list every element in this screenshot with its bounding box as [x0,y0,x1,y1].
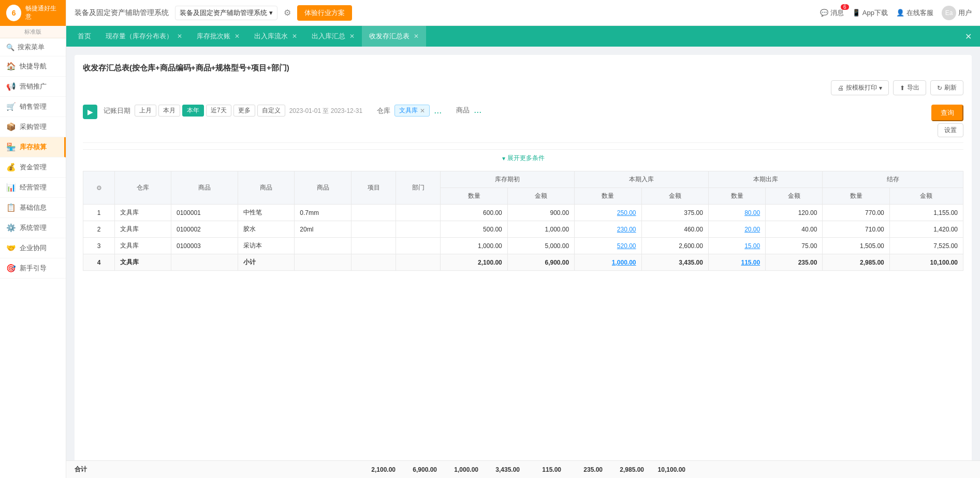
sidebar-item-system[interactable]: ⚙️ 系统管理 [0,218,66,238]
cell-outbound-qty[interactable]: 15.00 [708,238,765,254]
th-inbound-amt: 金额 [641,188,708,205]
sidebar-item-guide[interactable]: 🎯 新手引导 [0,258,66,279]
print-button[interactable]: 🖨 按模板打印 ▾ [831,80,889,95]
settings-button[interactable]: 设置 [938,123,963,137]
export-button[interactable]: ⬆ 导出 [893,80,926,95]
sidebar-item-search[interactable]: 🔍 搜索菜单 [0,38,66,56]
sidebar-item-operations[interactable]: 📊 经营管理 [0,178,66,198]
tab-label: 现存量（库存分布表） [106,32,173,41]
tab-close-icon[interactable]: ✕ [349,33,355,40]
table-settings-icon[interactable]: ⚙ [96,184,102,192]
tab-close-icon[interactable]: ✕ [235,33,240,40]
user-button[interactable]: Ea 用户 [942,6,972,20]
date-btn-7days[interactable]: 近7天 [206,105,231,117]
query-button[interactable]: 查询 [931,105,963,121]
cell-index: 1 [83,205,115,221]
marketing-icon: 📢 [6,82,16,91]
th-settings: ⚙ [83,171,115,205]
cell-closing-qty: 710.00 [823,221,889,238]
tab-close-icon[interactable]: ✕ [292,33,297,40]
cell-name: 小计 [238,254,295,271]
sidebar-item-purchase[interactable]: 📦 采购管理 [0,117,66,137]
cell-outbound-qty[interactable]: 80.00 [708,205,765,221]
cell-inbound-amt: 3,435.00 [641,254,708,271]
warehouse-more-button[interactable]: ... [434,105,442,116]
th-warehouse: 仓库 [115,171,171,205]
refresh-button[interactable]: ↻ 刷新 [930,80,963,95]
th-project: 项目 [352,171,396,205]
cell-inbound-qty[interactable]: 520.00 [575,238,641,254]
warehouse-tag-remove[interactable]: ✕ [420,107,425,114]
th-outbound-qty: 数量 [708,188,765,205]
date-btn-this-month[interactable]: 本月 [158,105,180,117]
expand-more-button[interactable]: ▾ 展开更多条件 [83,149,963,165]
tab-close-icon[interactable]: ✕ [414,33,419,40]
sidebar-item-marketing[interactable]: 📢 营销推广 [0,77,66,97]
cell-inbound-qty[interactable]: 250.00 [575,205,641,221]
cell-outbound-qty[interactable]: 20.00 [708,221,765,238]
cell-index: 2 [83,221,115,238]
date-btn-last-month[interactable]: 上月 [135,105,156,117]
date-btn-this-year[interactable]: 本年 [182,105,204,117]
sidebar-item-inventory[interactable]: 🏪 库存核算 [0,137,66,157]
tab-inout-flow[interactable]: 出入库流水 ✕ [247,26,304,47]
close-all-tabs-button[interactable]: ✕ [961,32,976,41]
date-shortcuts: 上月 本月 本年 近7天 更多 自定义 [135,105,285,117]
goods-more-button[interactable]: ... [474,105,481,115]
cell-department [396,238,441,254]
home-icon: 🏠 [6,62,16,71]
tab-batch-ledger[interactable]: 库存批次账 ✕ [189,26,247,47]
app-logo[interactable]: 6 畅捷通好生意 [0,0,66,26]
cell-opening-qty: 600.00 [441,205,507,221]
sidebar-item-quick-nav[interactable]: 🏠 快捷导航 [0,56,66,77]
sidebar-item-sales[interactable]: 🛒 销售管理 [0,97,66,117]
message-button[interactable]: 💬 消息 6 [820,8,844,18]
th-outbound-amt: 金额 [766,188,823,205]
cell-warehouse: 文具库 [115,238,171,254]
trial-button[interactable]: 体验行业方案 [297,5,352,21]
filter-toggle-button[interactable]: ▶ [83,105,97,119]
cell-department [396,221,441,238]
sidebar-item-label: 系统管理 [20,223,47,233]
header: 装备及固定资产辅助管理系统 装备及固定资产辅助管理系统 ▾ ⚙ 体验行业方案 💬… [66,0,980,26]
app-download-button[interactable]: 📱 App下载 [852,8,888,18]
content-card: 收发存汇总表(按仓库+商品编码+商品+规格型号+项目+部门) 🖨 按模板打印 ▾… [75,55,972,469]
bottom-inbound-amt: 3,435.00 [484,466,525,473]
basic-info-icon: 📋 [6,203,16,212]
th-department: 部门 [396,171,441,205]
th-inbound: 本期入库 [575,171,709,188]
chevron-down-icon: ▾ [879,84,882,92]
cell-warehouse: 文具库 [115,254,171,271]
online-service-button[interactable]: 👤 在线客服 [896,8,933,18]
cell-opening-amt: 1,000.00 [507,221,574,238]
date-btn-more[interactable]: 更多 [233,105,255,117]
sidebar-item-label: 库存核算 [20,142,47,152]
goods-filter-section: 商品 ... [456,105,481,115]
chevron-down-icon: ▾ [269,9,273,17]
cell-name: 采访本 [238,238,295,254]
cell-inbound-qty[interactable]: 1,000.00 [575,254,641,271]
tab-inventory-distribution[interactable]: 现存量（库存分布表） ✕ [98,26,189,47]
sidebar-item-basic-info[interactable]: 📋 基础信息 [0,198,66,218]
sales-icon: 🛒 [6,102,16,111]
enterprise-icon: 🤝 [6,243,16,253]
cell-inbound-amt: 375.00 [641,205,708,221]
subtotal-row: 4 文具库 小计 2,100.00 6,900.00 1,000.00 3,43… [83,254,963,271]
tab-receive-summary[interactable]: 收发存汇总表 ✕ [362,26,426,47]
settings-icon[interactable]: ⚙ [284,8,291,18]
system-dropdown[interactable]: 装备及固定资产辅助管理系统 ▾ [175,6,277,20]
edition-label: 标准版 [0,26,66,38]
sidebar-item-finance[interactable]: 💰 资金管理 [0,157,66,178]
print-label: 按模板打印 [846,83,877,92]
date-btn-custom[interactable]: 自定义 [257,105,285,117]
cell-spec [295,238,352,254]
sidebar-item-enterprise[interactable]: 🤝 企业协同 [0,238,66,258]
cell-inbound-qty[interactable]: 230.00 [575,221,641,238]
tabs-bar: 首页 现存量（库存分布表） ✕ 库存批次账 ✕ 出入库流水 ✕ 出入库汇总 ✕ … [66,26,980,47]
tab-home[interactable]: 首页 [70,26,98,47]
sidebar: 6 畅捷通好生意 标准版 🔍 搜索菜单 🏠 快捷导航 📢 营销推广 🛒 销售管理… [0,0,66,478]
cell-outbound-qty[interactable]: 115.00 [708,254,765,271]
tab-inout-summary[interactable]: 出入库汇总 ✕ [304,26,362,47]
refresh-icon: ↻ [937,84,942,92]
tab-close-icon[interactable]: ✕ [177,33,182,40]
